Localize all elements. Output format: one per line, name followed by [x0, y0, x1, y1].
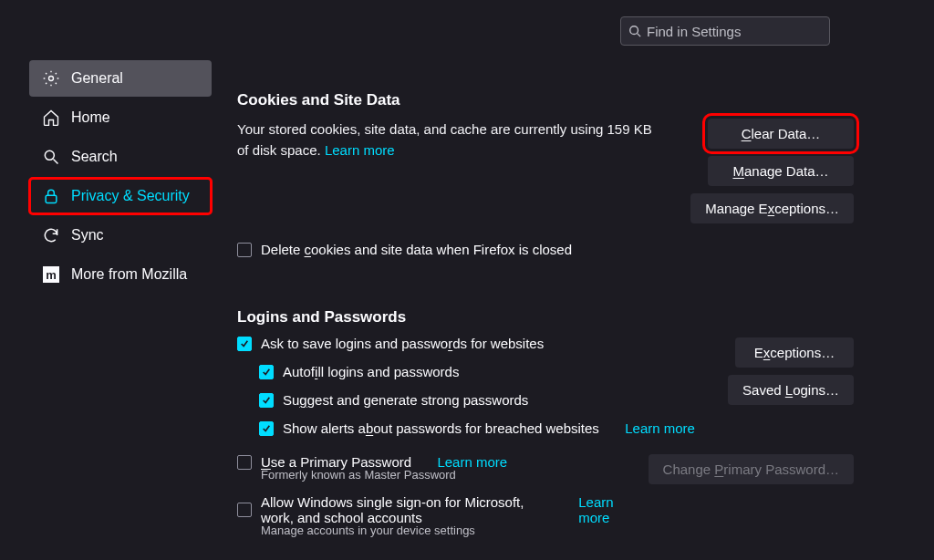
- breach-alerts-learn-more-link[interactable]: Learn more: [625, 420, 695, 436]
- logins-exceptions-button[interactable]: Exceptions…: [735, 337, 854, 368]
- content: Cookies and Site Data Your stored cookie…: [212, 60, 934, 560]
- sidebar-item-label: Privacy & Security: [71, 188, 190, 204]
- suggest-passwords-label: Suggest and generate strong passwords: [283, 392, 528, 408]
- section-title-logins: Logins and Passwords: [237, 308, 854, 327]
- sidebar-item-sync[interactable]: Sync: [29, 217, 212, 254]
- search-input-container[interactable]: [620, 16, 830, 46]
- cookies-description: Your stored cookies, site data, and cach…: [237, 119, 657, 161]
- breach-alerts-label: Show alerts about passwords for breached…: [283, 420, 599, 436]
- suggest-passwords-checkbox[interactable]: [259, 393, 274, 408]
- sidebar-item-search[interactable]: Search: [29, 139, 212, 175]
- cookies-learn-more-link[interactable]: Learn more: [325, 142, 395, 158]
- home-icon: [42, 109, 60, 127]
- svg-rect-5: [46, 195, 57, 202]
- delete-cookies-on-close-checkbox[interactable]: [237, 243, 252, 257]
- primary-password-checkbox[interactable]: [237, 455, 252, 470]
- windows-sso-checkbox[interactable]: [237, 503, 252, 517]
- mozilla-icon: m: [42, 265, 60, 284]
- search-input[interactable]: [647, 24, 822, 39]
- svg-point-0: [630, 26, 638, 35]
- manage-exceptions-button[interactable]: Manage Exceptions…: [690, 193, 854, 223]
- sidebar-item-label: Home: [71, 109, 110, 126]
- search-icon: [42, 148, 60, 166]
- sidebar-item-home[interactable]: Home: [29, 99, 212, 136]
- sidebar-item-label: Sync: [71, 227, 104, 244]
- lock-icon: [42, 187, 60, 205]
- windows-sso-label: Allow Windows single sign-on for Microso…: [261, 494, 553, 525]
- delete-cookies-on-close-label: Delete cookies and site data when Firefo…: [261, 242, 572, 257]
- section-title-cookies: Cookies and Site Data: [237, 91, 854, 109]
- sidebar-item-label: General: [71, 70, 123, 87]
- gear-icon: [42, 69, 60, 88]
- windows-sso-sublabel: Manage accounts in your device settings: [261, 524, 627, 537]
- ask-save-logins-label: Ask to save logins and passwords for web…: [261, 336, 544, 351]
- sidebar: General Home Search Privacy & Security: [0, 60, 212, 560]
- svg-line-1: [638, 34, 641, 37]
- svg-line-4: [54, 160, 58, 164]
- clear-data-button[interactable]: Clear Data…: [708, 119, 854, 149]
- manage-data-button[interactable]: Manage Data…: [708, 156, 854, 186]
- svg-text:m: m: [46, 268, 57, 282]
- autofill-logins-label: Autofill logins and passwords: [283, 364, 459, 379]
- sidebar-item-label: Search: [71, 149, 118, 165]
- sidebar-item-general[interactable]: General: [29, 60, 212, 97]
- windows-sso-learn-more-link[interactable]: Learn more: [578, 494, 626, 525]
- primary-password-sublabel: Formerly known as Master Password: [261, 468, 627, 482]
- autofill-logins-checkbox[interactable]: [259, 365, 274, 379]
- svg-point-3: [45, 150, 54, 160]
- sync-icon: [42, 226, 60, 244]
- svg-point-2: [49, 77, 54, 81]
- search-icon: [628, 25, 641, 37]
- sidebar-item-privacy-security[interactable]: Privacy & Security: [29, 178, 212, 214]
- ask-save-logins-checkbox[interactable]: [237, 337, 252, 351]
- breach-alerts-checkbox[interactable]: [259, 421, 274, 436]
- sidebar-item-more-mozilla[interactable]: m More from Mozilla: [29, 256, 212, 293]
- sidebar-item-label: More from Mozilla: [71, 266, 187, 283]
- change-primary-password-button: Change Primary Password…: [649, 454, 854, 484]
- saved-logins-button[interactable]: Saved Logins…: [728, 375, 854, 405]
